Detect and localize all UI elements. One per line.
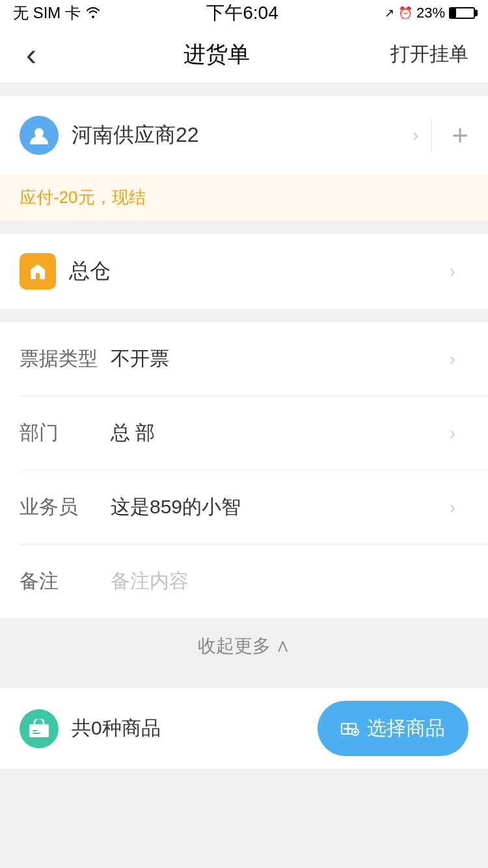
invoice-row[interactable]: 票据类型 不开票 › [0,322,488,396]
location-icon: ↗ [385,6,394,20]
svg-rect-4 [29,724,49,737]
back-button[interactable]: ‹ [20,30,43,79]
notice-text: 应付-20元，现结 [20,187,146,207]
salesperson-row[interactable]: 业务员 这是859的小智 › [0,470,488,544]
collapse-label: 收起更多 ∧ [198,634,291,658]
battery-fill [450,8,456,18]
status-right: ↗ ⏰ 23% [385,5,475,21]
warehouse-row[interactable]: 总仓 › [0,234,488,309]
department-chevron-icon: › [450,423,455,444]
remark-label: 备注 [20,568,111,595]
status-left: 无 SIM 卡 [13,3,100,23]
supplier-card: 河南供应商22 › + 应付-20元，现结 [0,96,488,221]
warehouse-icon [20,253,56,290]
supplier-divider [431,119,432,152]
alarm-icon: ⏰ [398,6,413,20]
status-bar: 无 SIM 卡 下午6:04 ↗ ⏰ 23% [0,0,488,26]
status-time: 下午6:04 [206,1,278,25]
salesperson-label: 业务员 [20,494,111,521]
battery-percent: 23% [416,5,445,21]
salesperson-value: 这是859的小智 [111,494,450,521]
department-label: 部门 [20,420,111,446]
warehouse-card: 总仓 › [0,234,488,309]
select-product-button[interactable]: 选择商品 [318,701,468,756]
supplier-name: 河南供应商22 [72,121,413,150]
salesperson-chevron-icon: › [450,497,455,518]
invoice-value: 不开票 [111,346,450,372]
notice-bar: 应付-20元，现结 [0,174,488,221]
remark-row[interactable]: 备注 备注内容 [0,545,488,618]
form-card: 票据类型 不开票 › 部门 总 部 › 业务员 这是859的小智 › 备注 备注… [0,322,488,618]
section-gap-1 [0,83,488,96]
svg-rect-3 [36,273,40,279]
page-title: 进货单 [183,40,250,70]
svg-marker-2 [29,264,46,271]
products-count: 共0种商品 [72,715,305,742]
supplier-avatar [20,116,59,155]
invoice-label: 票据类型 [20,346,111,372]
collapse-button[interactable]: 收起更多 ∧ [0,618,488,674]
select-product-label: 选择商品 [367,715,445,742]
carrier-text: 无 SIM 卡 [13,3,81,23]
remark-input[interactable]: 备注内容 [111,568,468,595]
warehouse-chevron-icon: › [450,261,455,282]
add-supplier-button[interactable]: + [452,119,468,152]
bottom-bar: 共0种商品 选择商品 [0,687,488,769]
supplier-row[interactable]: 河南供应商22 › + [0,96,488,174]
section-gap-3 [0,309,488,322]
supplier-chevron-icon: › [413,125,418,146]
open-pending-button[interactable]: 打开挂单 [390,41,468,68]
department-row[interactable]: 部门 总 部 › [0,396,488,470]
battery-icon [449,7,475,19]
warehouse-name: 总仓 [69,257,450,286]
department-value: 总 部 [111,420,450,446]
svg-point-0 [34,128,44,137]
gray-background [0,769,488,868]
wifi-icon [86,4,100,22]
section-gap-4 [0,674,488,687]
section-gap-2 [0,221,488,234]
invoice-chevron-icon: › [450,349,455,370]
nav-bar: ‹ 进货单 打开挂单 [0,26,488,83]
products-icon [20,709,59,748]
